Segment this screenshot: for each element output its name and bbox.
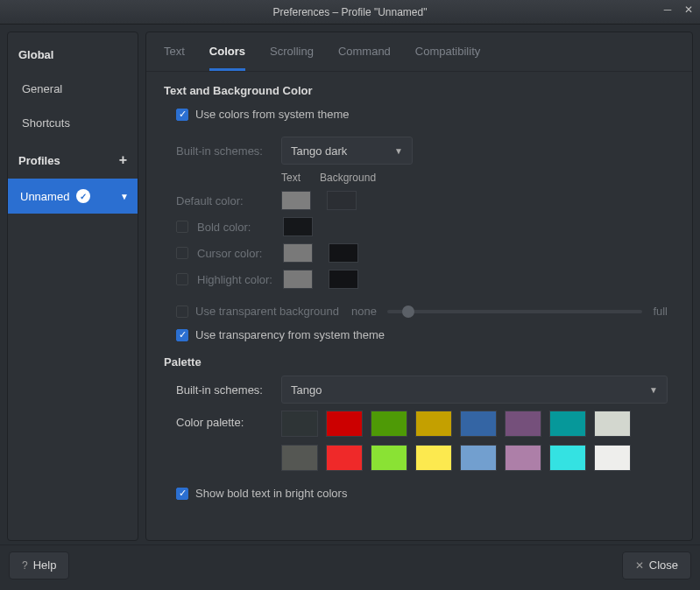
close-button[interactable]: ✕ Close [622, 551, 691, 579]
swatch-default-bg[interactable] [327, 191, 357, 210]
sidebar: Global General Shortcuts Profiles + Unna… [7, 32, 138, 541]
tab-scrolling[interactable]: Scrolling [270, 45, 314, 71]
profile-name-label: Unnamed [20, 190, 69, 203]
tab-colors[interactable]: Colors [209, 45, 245, 71]
palette-cell-14[interactable] [549, 445, 586, 471]
label-highlight-color: Highlight color: [197, 273, 274, 286]
window-title: Preferences – Profile "Unnamed" [273, 6, 428, 18]
section-text-bg-title: Text and Background Color [164, 84, 668, 97]
window-titlebar: Preferences – Profile "Unnamed" ─ ✕ [0, 0, 700, 25]
label-cursor-color: Cursor color: [197, 247, 274, 260]
checkbox-transparency-system[interactable]: ✓ [176, 329, 188, 341]
select-palette-scheme[interactable]: Tango ▼ [281, 376, 668, 404]
sidebar-heading-profiles: Profiles + [8, 140, 138, 179]
add-profile-icon[interactable]: + [119, 152, 127, 168]
palette-cell-12[interactable] [460, 445, 497, 471]
sidebar-item-shortcuts[interactable]: Shortcuts [8, 106, 138, 140]
label-default-color: Default color: [176, 194, 272, 207]
checkbox-cursor-color [176, 247, 188, 259]
dialog-footer: ? Help ✕ Close [0, 544, 700, 585]
swatch-default-text[interactable] [281, 191, 311, 210]
sidebar-item-profile-unnamed[interactable]: Unnamed ✓ ▼ [8, 179, 138, 214]
tab-command[interactable]: Command [338, 45, 391, 71]
label-slider-none: none [351, 305, 377, 318]
palette-grid [281, 411, 631, 471]
column-head-text: Text [281, 172, 301, 184]
label-use-system-colors: Use colors from system theme [195, 108, 350, 121]
palette-cell-8[interactable] [281, 445, 318, 471]
palette-cell-4[interactable] [460, 411, 497, 437]
help-button[interactable]: ? Help [9, 551, 69, 579]
swatch-highlight-bg [329, 270, 358, 289]
select-builtin-scheme[interactable]: Tango dark ▼ [281, 137, 413, 165]
tabs: Text Colors Scrolling Command Compatibil… [146, 32, 692, 72]
checkbox-highlight-color [176, 273, 188, 285]
label-color-palette: Color palette: [176, 411, 281, 429]
label-transparency-system: Use transparency from system theme [195, 328, 385, 341]
palette-cell-13[interactable] [505, 445, 541, 471]
slider-knob [402, 306, 414, 318]
palette-cell-0[interactable] [281, 411, 318, 437]
palette-cell-11[interactable] [415, 445, 452, 471]
content-pane: Text Colors Scrolling Command Compatibil… [145, 32, 693, 541]
palette-cell-3[interactable] [415, 411, 452, 437]
sidebar-item-general[interactable]: General [8, 72, 138, 106]
sidebar-heading-global: Global [8, 36, 138, 72]
window-close-icon[interactable]: ✕ [682, 4, 695, 16]
help-icon: ? [22, 559, 28, 572]
palette-cell-6[interactable] [549, 411, 586, 437]
swatch-cursor-text [283, 243, 313, 263]
palette-cell-10[interactable] [371, 445, 407, 471]
label-bold-bright: Show bold text in bright colors [195, 487, 347, 500]
checkbox-bold-color [176, 221, 188, 233]
section-palette-title: Palette [164, 355, 668, 369]
label-transparent-bg: Use transparent background [195, 305, 339, 318]
tab-compatibility[interactable]: Compatibility [415, 45, 480, 71]
palette-cell-15[interactable] [594, 445, 631, 471]
label-slider-full: full [653, 305, 668, 318]
palette-cell-1[interactable] [326, 411, 363, 437]
transparency-slider [387, 310, 642, 313]
swatch-bold-text [283, 217, 313, 236]
label-bold-color: Bold color: [197, 221, 274, 234]
chevron-down-icon[interactable]: ▼ [120, 192, 129, 201]
profile-default-icon: ✓ [76, 189, 90, 203]
window-minimize-icon[interactable]: ─ [661, 4, 674, 16]
chevron-down-icon: ▼ [394, 146, 403, 156]
checkbox-bold-bright[interactable]: ✓ [176, 488, 188, 500]
palette-cell-5[interactable] [505, 411, 541, 437]
tab-text[interactable]: Text [164, 45, 185, 71]
palette-cell-9[interactable] [326, 445, 363, 471]
palette-cell-2[interactable] [371, 411, 407, 437]
column-head-background: Background [320, 172, 376, 184]
swatch-highlight-text [283, 270, 313, 289]
label-builtin-schemes: Built-in schemes: [176, 144, 281, 158]
checkbox-use-system-colors[interactable]: ✓ [176, 109, 188, 121]
checkbox-transparent-bg [176, 306, 188, 318]
palette-cell-7[interactable] [594, 411, 631, 437]
chevron-down-icon: ▼ [649, 385, 658, 395]
close-icon: ✕ [635, 559, 644, 572]
label-palette-builtin: Built-in schemes: [176, 383, 281, 397]
swatch-cursor-bg [329, 243, 358, 263]
